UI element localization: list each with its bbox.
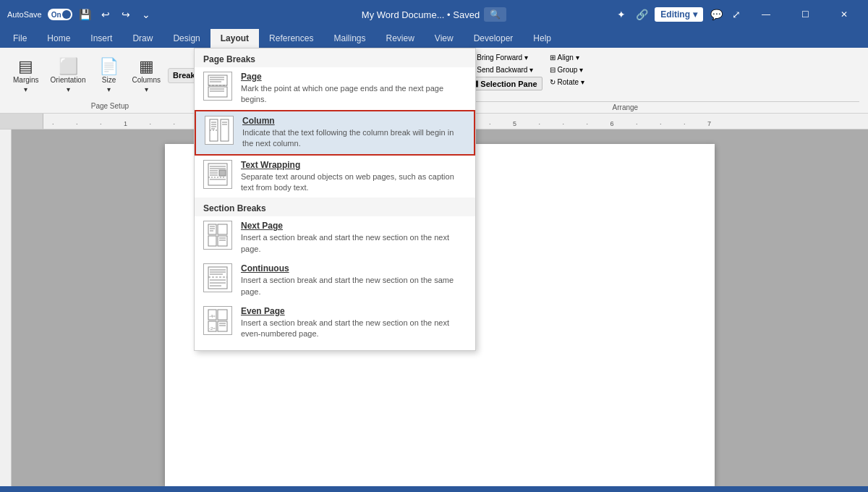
svg-rect-26 — [208, 224, 216, 234]
break-nextpage-title: Next Page — [241, 221, 467, 231]
comment-icon[interactable]: 💬 — [709, 7, 723, 22]
break-continuous-text: Continuous Insert a section break and st… — [241, 263, 467, 297]
svg-text:-4=: -4= — [209, 314, 216, 318]
statusbar: Page 1 of 1 478 words 2594 characters 📊 … — [0, 486, 868, 492]
orientation-label: Orientation — [51, 76, 86, 84]
autosave-toggle[interactable]: On — [48, 9, 72, 20]
arrange-col2: ⊞ Align ▾ ⊟ Group ▾ ↻ Rotate ▾ — [547, 52, 587, 88]
columns-icon: ▦ — [139, 59, 154, 75]
maximize-button[interactable]: ☐ — [788, 0, 822, 29]
autosave-label: AutoSave — [7, 10, 42, 19]
titlebar-center: My Word Docume... • Saved 🔍 — [294, 7, 574, 22]
svg-rect-2 — [208, 87, 227, 97]
svg-rect-28 — [208, 236, 216, 246]
search-bar[interactable]: 🔍 — [484, 7, 506, 22]
group-icon: ⊟ — [550, 66, 556, 74]
editing-label: Editing — [660, 9, 690, 20]
columns-label: Columns — [132, 76, 161, 84]
break-column-icon — [205, 116, 234, 145]
orientation-chevron: ▾ — [67, 85, 70, 93]
break-textwrapping-text: Text Wrapping Separate text around objec… — [241, 160, 467, 194]
tab-developer[interactable]: Developer — [464, 29, 524, 48]
save-icon[interactable]: 💾 — [78, 7, 93, 22]
svg-rect-27 — [218, 224, 227, 234]
breaks-dropdown: Page Breaks Page — [194, 48, 476, 351]
selection-pane-button[interactable]: ▦ Selection Pane — [466, 77, 542, 90]
ruler-left-margin — [0, 114, 43, 129]
break-nextpage-icon — [203, 221, 232, 250]
editing-button[interactable]: Editing ▾ — [655, 7, 703, 22]
arrange-col: ⬆ Bring Forward ▾ ⬇ Send Backward ▾ ▦ Se… — [466, 52, 542, 90]
margins-button[interactable]: ▤ Margins ▾ — [9, 56, 43, 96]
tab-references[interactable]: References — [259, 29, 323, 48]
toggle-state: On — [51, 11, 61, 19]
ribbon-group-page-setup: ▤ Margins ▾ ⬜ Orientation ▾ 📄 Size ▾ ▦ C… — [3, 51, 218, 113]
break-continuous-item[interactable]: Continuous Insert a section break and st… — [195, 259, 475, 302]
break-textwrapping-title: Text Wrapping — [241, 160, 467, 170]
tab-layout[interactable]: Layout — [210, 29, 259, 48]
break-evenpage-icon: -2= -4= — [203, 306, 232, 335]
rotate-button[interactable]: ↻ Rotate ▾ — [547, 77, 587, 88]
align-button[interactable]: ⊞ Align ▾ — [547, 52, 587, 63]
size-icon: 📄 — [99, 59, 119, 75]
close-button[interactable]: ✕ — [827, 0, 861, 29]
tab-design[interactable]: Design — [163, 29, 210, 48]
editing-chevron: ▾ — [693, 9, 697, 20]
break-evenpage-title: Even Page — [241, 306, 467, 316]
tab-mailings[interactable]: Mailings — [323, 29, 375, 48]
tab-file[interactable]: File — [3, 29, 37, 48]
tab-help[interactable]: Help — [523, 29, 561, 48]
break-textwrapping-item[interactable]: Text Wrapping Separate text around objec… — [195, 156, 475, 198]
minimize-button[interactable]: — — [749, 0, 783, 29]
selection-pane-label: Selection Pane — [480, 80, 537, 88]
bring-forward-button[interactable]: ⬆ Bring Forward ▾ — [466, 52, 542, 63]
share-icon[interactable]: 🔗 — [634, 7, 649, 22]
redo-icon[interactable]: ↪ — [119, 7, 133, 22]
break-column-title: Column — [242, 116, 465, 126]
svg-rect-29 — [218, 236, 227, 246]
columns-chevron: ▾ — [145, 85, 148, 93]
send-backward-button[interactable]: ⬇ Send Backward ▾ — [466, 64, 542, 75]
break-page-item[interactable]: Page Mark the point at which one page en… — [195, 67, 475, 110]
break-continuous-desc: Insert a section break and start the new… — [241, 275, 467, 297]
break-nextpage-text: Next Page Insert a section break and sta… — [241, 221, 467, 255]
break-continuous-icon — [203, 263, 232, 292]
tab-insert[interactable]: Insert — [80, 29, 122, 48]
tab-view[interactable]: View — [425, 29, 464, 48]
break-column-text: Column Indicate that the text following … — [242, 116, 465, 150]
margins-icon: ▤ — [18, 59, 33, 75]
rotate-icon: ↻ — [550, 78, 556, 86]
group-button[interactable]: ⊟ Group ▾ — [547, 64, 587, 75]
break-page-title: Page — [241, 72, 467, 82]
columns-button[interactable]: ▦ Columns ▾ — [128, 56, 165, 96]
align-icon: ⊞ — [550, 54, 556, 62]
break-textwrapping-icon — [203, 160, 232, 189]
break-evenpage-item[interactable]: -2= -4= Even Page Insert a section break… — [195, 302, 475, 344]
customize-icon[interactable]: ⌄ — [139, 7, 153, 22]
copilot-icon[interactable]: ✦ — [614, 7, 629, 22]
size-button[interactable]: 📄 Size ▾ — [93, 56, 125, 96]
bring-forward-label: Bring Forward — [477, 54, 522, 62]
group-label: Group ▾ — [558, 66, 584, 74]
orientation-icon: ⬜ — [59, 59, 78, 75]
break-page-text: Page Mark the point at which one page en… — [241, 72, 467, 106]
rotate-label: Rotate ▾ — [558, 78, 584, 86]
orientation-button[interactable]: ⬜ Orientation ▾ — [46, 56, 90, 96]
restore-icon[interactable]: ⤢ — [729, 7, 744, 22]
break-column-item[interactable]: Column Indicate that the text following … — [195, 110, 475, 156]
tab-home[interactable]: Home — [37, 29, 80, 48]
tab-draw[interactable]: Draw — [122, 29, 163, 48]
break-page-icon — [203, 72, 232, 101]
undo-icon[interactable]: ↩ — [98, 7, 113, 22]
size-chevron: ▾ — [107, 85, 111, 93]
break-page-desc: Mark the point at which one page ends an… — [241, 83, 467, 106]
break-continuous-title: Continuous — [241, 263, 467, 273]
margins-label: Margins — [13, 76, 39, 84]
break-nextpage-item[interactable]: Next Page Insert a section break and sta… — [195, 216, 475, 259]
break-evenpage-desc: Insert a section break and start the new… — [241, 318, 467, 340]
ribbon-tabs: File Home Insert Draw Design Layout Refe… — [0, 29, 868, 48]
tab-review[interactable]: Review — [375, 29, 424, 48]
break-column-desc: Indicate that the text following the col… — [242, 127, 465, 150]
ribbon: File Home Insert Draw Design Layout Refe… — [0, 29, 868, 114]
titlebar-left: AutoSave On 💾 ↩ ↪ ⌄ — [7, 7, 288, 22]
